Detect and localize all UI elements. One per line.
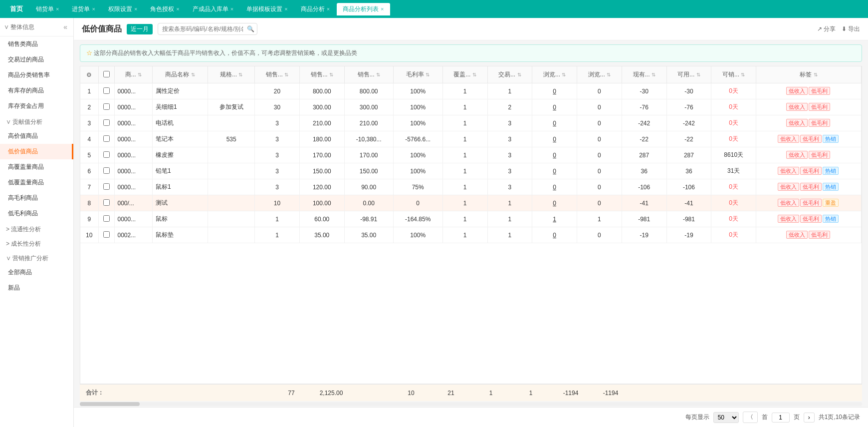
close-icon[interactable]: × (92, 6, 95, 12)
sidebar-item-new-goods[interactable]: 新品 (0, 280, 73, 296)
scrollbar-thumb[interactable] (80, 402, 140, 406)
sidebar-group-growth[interactable]: > 成长性分析 (0, 236, 73, 250)
nav-tab-perms[interactable]: 权限设置 × (102, 3, 143, 15)
col-view1[interactable]: 浏览... ⇅ (532, 66, 577, 83)
next-page-btn[interactable]: › (804, 413, 815, 423)
cell-code: 0000... (114, 131, 152, 147)
share-btn[interactable]: ↗ 分享 (817, 25, 836, 33)
col-saleable[interactable]: 可销... ⇅ (711, 66, 756, 83)
cell-view1[interactable]: 0 (532, 179, 577, 195)
cell-view1[interactable]: 0 (532, 131, 577, 147)
col-code[interactable]: 商... ⇅ (114, 66, 152, 83)
close-icon[interactable]: × (134, 6, 137, 12)
cell-view1[interactable]: 0 (532, 147, 577, 163)
col-available[interactable]: 可用... ⇅ (666, 66, 711, 83)
select-all-checkbox[interactable] (103, 71, 110, 77)
sidebar-item-low-coverage[interactable]: 低覆盖量商品 (0, 175, 73, 190)
col-sales-amount[interactable]: 销售... ⇅ (344, 66, 393, 83)
cell-view1[interactable]: 0 (532, 195, 577, 211)
cell-checkbox[interactable] (98, 163, 114, 179)
nav-tab-stock[interactable]: 产成品入库单 × (187, 3, 239, 15)
nav-tab-roles[interactable]: 角色授权 × (144, 3, 185, 15)
close-icon[interactable]: × (327, 6, 330, 12)
cell-checkbox[interactable] (98, 227, 114, 243)
col-checkbox[interactable] (98, 66, 114, 83)
col-coverage[interactable]: 覆盖... ⇅ (442, 66, 487, 83)
sidebar-item-category-rate[interactable]: 商品分类销售率 (0, 67, 73, 83)
row-checkbox[interactable] (103, 103, 110, 110)
search-input[interactable] (158, 23, 257, 35)
table-row: 6 0000... 铅笔1 3 150.00 150.00 100% 1 3 0… (80, 163, 862, 179)
close-icon[interactable]: × (230, 6, 233, 12)
close-icon[interactable]: × (381, 6, 384, 12)
cell-checkbox[interactable] (98, 115, 114, 131)
row-checkbox[interactable] (103, 87, 110, 94)
row-checkbox[interactable] (103, 119, 110, 126)
scrollbar-track[interactable] (80, 402, 862, 406)
search-icon[interactable]: 🔍 (247, 25, 254, 32)
row-checkbox[interactable] (103, 199, 110, 206)
col-view2[interactable]: 浏览... ⇅ (577, 66, 622, 83)
cell-checkbox[interactable] (98, 195, 114, 211)
cell-checkbox[interactable] (98, 147, 114, 163)
col-tags[interactable]: 标签 ⇅ (756, 66, 862, 83)
sidebar-item-low-margin[interactable]: 低毛利商品 (0, 206, 73, 221)
cell-view1[interactable]: 1 (532, 211, 577, 227)
cell-view1[interactable]: 0 (532, 163, 577, 179)
sidebar-item-traded-goods[interactable]: 交易过的商品 (0, 52, 73, 67)
col-gross-margin[interactable]: 毛利率 ⇅ (393, 66, 442, 83)
row-checkbox[interactable] (103, 183, 110, 190)
cell-checkbox[interactable] (98, 99, 114, 115)
col-current[interactable]: 现有... ⇅ (622, 66, 666, 83)
cell-view1[interactable]: 0 (532, 83, 577, 99)
page-size-select[interactable]: 50 100 200 (713, 412, 739, 423)
col-settings[interactable]: ⚙ (80, 66, 98, 83)
cell-checkbox[interactable] (98, 211, 114, 227)
col-name[interactable]: 商品名称 ⇅ (152, 66, 208, 83)
col-sales-price[interactable]: 销售... ⇅ (299, 66, 344, 83)
close-icon[interactable]: × (176, 6, 179, 12)
col-sales-qty[interactable]: 销售... ⇅ (255, 66, 300, 83)
sidebar-item-sales-goods[interactable]: 销售类商品 (0, 36, 73, 52)
cell-checkbox[interactable] (98, 131, 114, 147)
data-table: ⚙ 商... ⇅ 商品名称 ⇅ 规格... ⇅ 销售... ⇅ 销售... ⇅ … (80, 66, 862, 243)
close-icon[interactable]: × (284, 6, 287, 12)
cell-name: 鼠标垫 (152, 227, 208, 243)
footer-cells: 77 2,125.00 10 21 1 1 -1194 -1194 (112, 390, 856, 397)
sidebar-item-high-coverage[interactable]: 高覆盖量商品 (0, 159, 73, 175)
nav-tab-template[interactable]: 单据模板设置 × (240, 3, 293, 15)
cell-tags: 低收入低毛利 (756, 147, 862, 163)
nav-tab-analysis-list[interactable]: 商品分析列表 × (337, 3, 390, 15)
close-icon[interactable]: × (56, 6, 59, 12)
row-checkbox[interactable] (103, 231, 110, 238)
sidebar-item-low-value[interactable]: 低价值商品 (0, 144, 73, 159)
nav-tab-purchase[interactable]: 进货单 × (66, 3, 101, 15)
sidebar-collapse-btn[interactable]: « (61, 21, 69, 33)
sidebar-item-high-margin[interactable]: 高毛利商品 (0, 190, 73, 206)
sidebar-item-high-value[interactable]: 高价值商品 (0, 128, 73, 144)
row-checkbox[interactable] (103, 167, 110, 174)
cell-no: 10 (80, 227, 98, 243)
nav-tab-sales[interactable]: 销货单 × (30, 3, 65, 15)
time-filter-btn[interactable]: 近一月 (127, 24, 153, 34)
cell-view1[interactable]: 0 (532, 227, 577, 243)
cell-view2: 0 (577, 115, 622, 131)
row-checkbox[interactable] (103, 135, 110, 142)
cell-checkbox[interactable] (98, 83, 114, 99)
export-btn[interactable]: ⬇ 导出 (842, 25, 860, 33)
col-spec[interactable]: 规格... ⇅ (208, 66, 255, 83)
sidebar-group-circulation[interactable]: > 流通性分析 (0, 221, 73, 236)
col-trade[interactable]: 交易... ⇅ (487, 66, 532, 83)
row-checkbox[interactable] (103, 215, 110, 222)
sidebar-item-all-goods[interactable]: 全部商品 (0, 265, 73, 280)
cell-view1[interactable]: 0 (532, 99, 577, 115)
sidebar-item-inventory-funds[interactable]: 库存资金占用 (0, 98, 73, 114)
row-checkbox[interactable] (103, 151, 110, 158)
cell-view1[interactable]: 0 (532, 115, 577, 131)
first-page-btn[interactable]: 〈 (743, 412, 758, 423)
sidebar-item-inventory-goods[interactable]: 有库存的商品 (0, 83, 73, 98)
cell-checkbox[interactable] (98, 179, 114, 195)
page-number-input[interactable] (772, 413, 790, 423)
nav-tab-home[interactable]: 首页 (4, 2, 29, 15)
nav-tab-analysis[interactable]: 商品分析 × (295, 3, 336, 15)
